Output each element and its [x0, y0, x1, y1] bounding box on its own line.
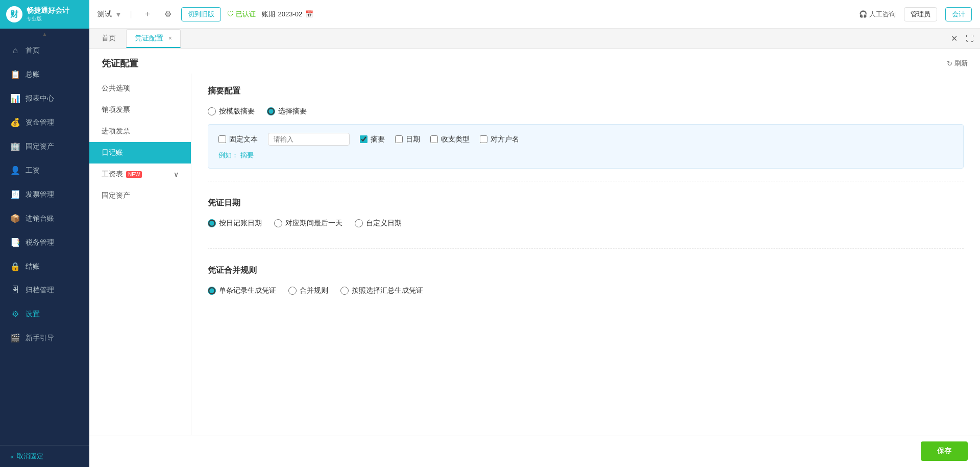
example-value: 摘要 [240, 151, 254, 159]
tab-home-label: 首页 [102, 34, 116, 42]
merge-rules-label: 合并规则 [300, 286, 328, 295]
page-title: 凭证配置 [102, 57, 138, 69]
radio-single-input[interactable] [208, 287, 216, 295]
sidebar-item-guide[interactable]: 🎬 新手引导 [0, 326, 89, 350]
headset-icon: 🎧 [859, 10, 867, 18]
role-button[interactable]: 会计 [945, 7, 972, 21]
summary-options: 固定文本 摘要 日期 [218, 133, 953, 146]
radio-diary-date[interactable]: 按日记账日期 [208, 219, 262, 228]
close-tab-button[interactable]: ✕ [949, 32, 960, 45]
radio-select-summary-input[interactable] [267, 107, 275, 115]
sidebar-item-fixed[interactable]: 🏢 固定资产 [0, 134, 89, 158]
radio-custom-date[interactable]: 自定义日期 [355, 219, 402, 228]
checkbox-income-type[interactable]: 收支类型 [430, 135, 470, 144]
left-nav-sales[interactable]: 销项发票 [89, 99, 191, 121]
sidebar-item-archive[interactable]: 🗄 归档管理 [0, 278, 89, 302]
tabbar: 首页 凭证配置 × ✕ ⛶ [89, 29, 980, 49]
radio-select-merge-input[interactable] [340, 287, 349, 295]
radio-by-template-label: 按模版摘要 [219, 107, 255, 116]
sidebar-item-tax[interactable]: 📑 税务管理 [0, 230, 89, 254]
checkbox-summary-input[interactable] [360, 135, 368, 143]
single-label: 单条记录生成凭证 [219, 286, 276, 295]
fixed-icon: 🏢 [10, 142, 20, 151]
radio-merge-rules-input[interactable] [288, 287, 297, 295]
radio-select-merge[interactable]: 按照选择汇总生成凭证 [340, 286, 423, 295]
sidebar-item-label: 发票管理 [26, 190, 54, 199]
merge-section: 凭证合并规则 单条记录生成凭证 合并规则 按照选择汇总生成凭证 [208, 265, 964, 316]
date-section: 凭证日期 按日记账日期 对应期间最后一天 自定义日期 [208, 198, 964, 249]
left-nav-fixed-assets[interactable]: 固定资产 [89, 185, 191, 206]
radio-select-summary[interactable]: 选择摘要 [267, 107, 307, 116]
left-nav-diary[interactable]: 日记账 [89, 142, 191, 164]
summary-radio-group: 按模版摘要 选择摘要 [208, 107, 964, 116]
content-area: 凭证配置 ↻ 刷新 公共选项 销项发票 进项发票 日记账 工资表 NEW ∨ [89, 49, 980, 467]
shield-icon: 🛡 [227, 10, 234, 18]
tab-voucher-config[interactable]: 凭证配置 × [126, 29, 181, 48]
company-name: 测试 [97, 10, 112, 19]
user-button[interactable]: 管理员 [904, 7, 937, 21]
sidebar-item-ledger[interactable]: 📋 总账 [0, 62, 89, 86]
fullscreen-button[interactable]: ⛶ [964, 32, 976, 45]
radio-by-template[interactable]: 按模版摘要 [208, 107, 255, 116]
consult-label: 人工咨询 [869, 10, 896, 19]
sidebar-item-invoice[interactable]: 🧾 发票管理 [0, 182, 89, 206]
sidebar-item-close[interactable]: 🔒 结账 [0, 254, 89, 278]
radio-merge-rules[interactable]: 合并规则 [288, 286, 328, 295]
radio-by-template-input[interactable] [208, 107, 216, 115]
diary-date-label: 按日记账日期 [219, 219, 262, 228]
left-nav-payroll[interactable]: 工资表 NEW ∨ [89, 164, 191, 185]
checkbox-date[interactable]: 日期 [395, 135, 420, 144]
sidebar-nav: ⌂ 首页 📋 总账 📊 报表中心 💰 资金管理 🏢 固定资产 👤 工资 🧾 发票… [0, 39, 89, 445]
checkbox-fixed-text[interactable]: 固定文本 [218, 135, 258, 144]
tab-home[interactable]: 首页 [93, 30, 124, 48]
checkbox-counterpart-input[interactable] [480, 135, 487, 143]
sidebar-item-home[interactable]: ⌂ 首页 [0, 39, 89, 62]
radio-select-summary-label: 选择摘要 [278, 107, 307, 116]
sidebar-item-label: 进销台账 [26, 214, 54, 223]
footer: 保存 [89, 435, 980, 467]
radio-custom-date-input[interactable] [355, 219, 363, 227]
merge-title: 凭证合并规则 [208, 265, 964, 276]
tab-close-button[interactable]: × [168, 35, 172, 42]
logo-title: 畅捷通好会计 [27, 6, 69, 15]
cancel-fixed-button[interactable]: « 取消固定 [0, 445, 89, 467]
radio-single[interactable]: 单条记录生成凭证 [208, 286, 276, 295]
ledger-icon: 📋 [10, 69, 20, 79]
sidebar-item-label: 税务管理 [26, 238, 54, 247]
counterpart-label: 对方户名 [491, 135, 519, 144]
sidebar: 财 畅捷通好会计 专业版 ▲ ⌂ 首页 📋 总账 📊 报表中心 💰 资金管理 🏢… [0, 0, 89, 467]
sidebar-item-label: 新手引导 [26, 334, 54, 343]
radio-diary-date-input[interactable] [208, 219, 216, 227]
example-prefix: 例如： [218, 151, 238, 159]
radio-period-last[interactable]: 对应期间最后一天 [274, 219, 342, 228]
checkbox-summary[interactable]: 摘要 [360, 135, 385, 144]
logo-icon: 财 [6, 6, 22, 22]
close-icon: 🔒 [10, 262, 20, 271]
sidebar-item-capital[interactable]: 💰 资金管理 [0, 110, 89, 134]
save-button[interactable]: 保存 [921, 441, 968, 461]
salary-icon: 👤 [10, 166, 20, 175]
company-selector[interactable]: 测试 ▼ [97, 10, 122, 19]
sidebar-item-salary[interactable]: 👤 工资 [0, 158, 89, 182]
date-radio-group: 按日记账日期 对应期间最后一天 自定义日期 [208, 219, 964, 228]
checkbox-date-input[interactable] [395, 135, 403, 143]
left-nav-purchase-inv[interactable]: 进项发票 [89, 121, 191, 142]
checkbox-fixed-text-input[interactable] [218, 135, 226, 143]
checkbox-income-type-input[interactable] [430, 135, 438, 143]
refresh-button[interactable]: ↻ 刷新 [947, 59, 968, 68]
left-nav-public[interactable]: 公共选项 [89, 78, 191, 99]
calendar-icon[interactable]: 📅 [305, 10, 313, 18]
switch-old-version-button[interactable]: 切到旧版 [181, 7, 221, 21]
scroll-up-indicator[interactable]: ▲ [0, 29, 89, 39]
checkbox-counterpart[interactable]: 对方户名 [480, 135, 519, 144]
settings-icon: ⚙ [10, 309, 20, 319]
radio-period-last-input[interactable] [274, 219, 282, 227]
sidebar-item-report[interactable]: 📊 报表中心 [0, 86, 89, 110]
add-button[interactable]: ＋ [140, 7, 155, 21]
consult-button[interactable]: 🎧 人工咨询 [859, 10, 896, 19]
fixed-text-input[interactable] [268, 133, 350, 146]
cert-status: 🛡 已认证 [227, 10, 256, 19]
sidebar-item-purchase[interactable]: 📦 进销台账 [0, 206, 89, 230]
sidebar-item-settings[interactable]: ⚙ 设置 [0, 302, 89, 326]
settings-button[interactable]: ⚙ [161, 7, 175, 21]
